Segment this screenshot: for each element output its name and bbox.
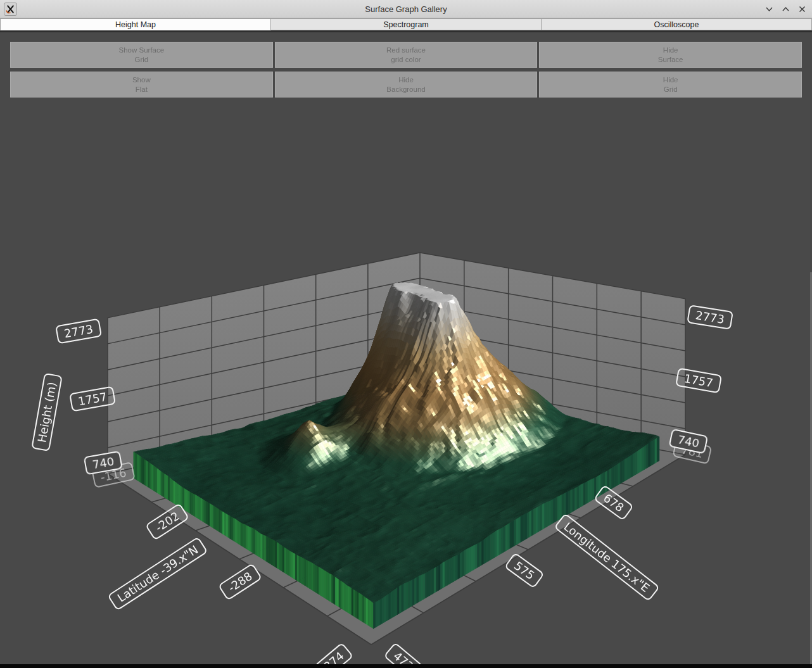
tab-oscilloscope[interactable]: Oscilloscope [542,18,812,30]
toolbar-row-1: Show SurfaceGridRed surfacegrid colorHid… [10,42,802,68]
surface-plot-canvas[interactable] [0,0,812,668]
button-hide-grid[interactable]: HideGrid [539,72,802,98]
tab-spectrogram[interactable]: Spectrogram [271,18,542,30]
button-show-surface-grid[interactable]: Show SurfaceGrid [10,42,273,68]
maximize-button[interactable] [780,4,790,14]
tab-height-map[interactable]: Height Map [0,18,271,30]
window-controls [764,0,807,18]
window-title: Surface Graph Gallery [0,4,812,14]
button-red-surface-grid-color[interactable]: Red surfacegrid color [275,42,538,68]
close-button[interactable] [797,4,807,14]
toolbar: Show SurfaceGridRed surfacegrid colorHid… [10,42,802,98]
x11-app-icon [4,3,17,16]
button-hide-background[interactable]: HideBackground [275,72,538,98]
toolbar-row-2: ShowFlatHideBackgroundHideGrid [10,72,802,98]
minimize-button[interactable] [764,4,774,14]
window-titlebar[interactable]: Surface Graph Gallery [0,0,812,18]
tab-bar: Height MapSpectrogramOscilloscope [0,18,812,32]
button-hide-surface[interactable]: HideSurface [539,42,802,68]
button-show-flat[interactable]: ShowFlat [10,72,273,98]
bottom-edge-strip [0,664,812,668]
